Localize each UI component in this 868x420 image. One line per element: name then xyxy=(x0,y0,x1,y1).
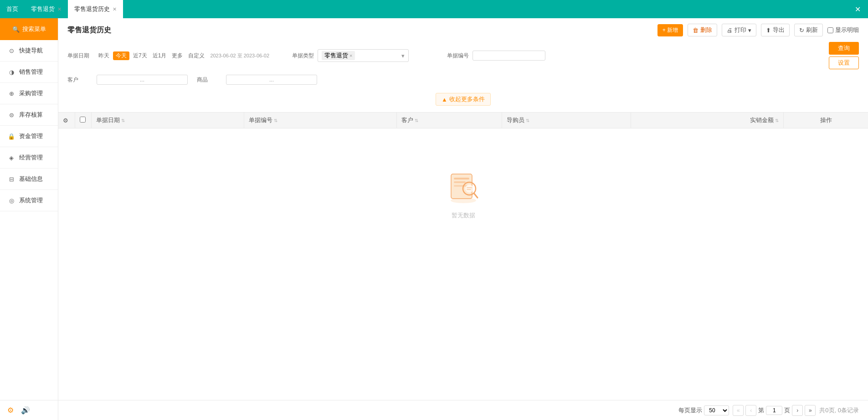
doc-type-filter: 单据类型 零售退货 × ▾ xyxy=(292,49,429,62)
sidebar-item-purchase-mgmt-label: 采购管理 xyxy=(19,89,43,97)
page-header: 零售退货历史 + 新增 🗑 删除 🖨 打印 ▾ ⬆ 导出 xyxy=(58,18,868,113)
page-total-info: 共0页, 0条记录 xyxy=(819,406,859,415)
page-prev-button[interactable]: ‹ xyxy=(745,405,756,416)
select-all-checkbox[interactable] xyxy=(80,117,86,123)
show-detail-checkbox-label[interactable]: 显示明细 xyxy=(827,26,859,34)
goods-select-button[interactable]: ... xyxy=(226,75,317,85)
top-bar: 首页 零售退货 ✕ 零售退货历史 ✕ ✕ xyxy=(0,0,868,18)
tab-home[interactable]: 首页 xyxy=(0,0,25,18)
date-opt-more[interactable]: 更多 xyxy=(170,51,185,60)
date-range-display: 2023-06-02 至 2023-06-02 xyxy=(210,52,269,59)
sidebar-item-quick-nav-label: 快捷导航 xyxy=(19,46,43,55)
date-opt-custom[interactable]: 自定义 xyxy=(186,51,206,60)
add-button[interactable]: + 新增 xyxy=(657,24,683,36)
filter-row-1: 单据日期 昨天 今天 近7天 近1月 更多 自定义 2023-06-02 至 2… xyxy=(67,42,859,71)
col-settings: ⚙ xyxy=(58,113,75,128)
sidebar: 🔍 搜索菜单 ⊙ 快捷导航 ◑ 销售管理 ⊕ 采购管理 ⊜ 库存核算 🔒 资金 xyxy=(0,18,58,420)
customer-select-button[interactable]: ... xyxy=(97,75,188,85)
tab-retail-return-history-label: 零售退货历史 xyxy=(74,5,110,13)
doc-no-filter: 单据编号 xyxy=(447,51,545,61)
date-opt-today[interactable]: 今天 xyxy=(113,51,129,60)
page-number-input[interactable] xyxy=(766,406,782,415)
tab-retail-return-close[interactable]: ✕ xyxy=(57,6,62,12)
doc-type-tag-remove[interactable]: × xyxy=(349,53,352,58)
collapse-up-icon: ▲ xyxy=(442,96,447,103)
empty-state-cell: 暂无数据 xyxy=(58,128,868,238)
sidebar-item-finance-mgmt-label: 资金管理 xyxy=(19,132,43,140)
svg-line-7 xyxy=(474,193,478,198)
sidebar-item-finance-mgmt[interactable]: 🔒 资金管理 xyxy=(0,126,58,147)
basic-info-icon: ⊟ xyxy=(7,175,15,183)
page-chapter-label: 第 xyxy=(758,406,764,415)
doc-date-sort-icon[interactable]: ⇅ xyxy=(121,118,125,123)
svg-rect-2 xyxy=(454,178,469,179)
set-button[interactable]: 设置 xyxy=(829,56,859,69)
svg-point-6 xyxy=(465,184,473,193)
doc-type-select[interactable]: 零售退货 × ▾ xyxy=(318,49,409,62)
page-title: 零售退货历史 xyxy=(67,26,111,35)
table-header-row: ⚙ 单据日期 ⇅ 单据编号 xyxy=(58,113,868,128)
sidebar-item-sales-mgmt-label: 销售管理 xyxy=(19,68,43,76)
sidebar-item-sales-mgmt[interactable]: ◑ 销售管理 xyxy=(0,61,58,83)
page-size-label: 每页显示 xyxy=(678,406,702,415)
refresh-button[interactable]: ↻ 刷新 xyxy=(794,24,823,36)
refresh-icon: ↻ xyxy=(799,27,804,34)
export-button[interactable]: ⬆ 导出 xyxy=(761,24,790,36)
date-opt-last1m[interactable]: 近1月 xyxy=(151,51,169,60)
guide-sort-icon[interactable]: ⇅ xyxy=(526,118,529,123)
show-detail-checkbox[interactable] xyxy=(827,27,833,33)
sidebar-bottom: ⚙ 🔊 xyxy=(0,400,58,420)
col-doc-date: 单据日期 ⇅ xyxy=(91,113,244,128)
tab-retail-return-history-close[interactable]: ✕ xyxy=(113,6,117,12)
sidebar-item-inventory[interactable]: ⊜ 库存核算 xyxy=(0,104,58,126)
delete-icon: 🗑 xyxy=(693,27,699,34)
print-icon: 🖨 xyxy=(727,27,733,34)
sidebar-search[interactable]: 🔍 搜索菜单 xyxy=(0,18,58,40)
col-customer: 客户 ⇅ xyxy=(396,113,502,128)
export-icon: ⬆ xyxy=(766,27,771,34)
doc-no-input[interactable] xyxy=(473,51,545,61)
date-opt-yesterday[interactable]: 昨天 xyxy=(97,51,111,60)
page-unit-label: 页 xyxy=(784,406,790,415)
amount-sort-icon[interactable]: ⇅ xyxy=(775,118,779,123)
data-table: ⚙ 单据日期 ⇅ 单据编号 xyxy=(58,113,868,238)
settings-button[interactable]: ⚙ xyxy=(7,406,14,415)
collapse-row: ▲ 收起更多条件 xyxy=(67,91,859,112)
page-nav: « ‹ 第 页 › » xyxy=(733,405,816,416)
doc-no-label: 单据编号 xyxy=(447,52,473,60)
col-doc-no: 单据编号 ⇅ xyxy=(244,113,396,128)
page-first-button[interactable]: « xyxy=(733,405,744,416)
delete-button[interactable]: 🗑 删除 xyxy=(688,24,717,36)
empty-state: 暂无数据 xyxy=(58,128,868,238)
tab-list: 首页 零售退货 ✕ 零售退货历史 ✕ xyxy=(0,0,847,18)
window-close-button[interactable]: ✕ xyxy=(847,5,868,14)
page-title-bar: 零售退货历史 + 新增 🗑 删除 🖨 打印 ▾ ⬆ 导出 xyxy=(67,24,859,36)
tab-retail-return[interactable]: 零售退货 ✕ xyxy=(25,0,68,18)
audio-button[interactable]: 🔊 xyxy=(21,406,30,415)
sidebar-item-quick-nav[interactable]: ⊙ 快捷导航 xyxy=(0,40,58,61)
page-next-button[interactable]: › xyxy=(792,405,803,416)
sidebar-item-purchase-mgmt[interactable]: ⊕ 采购管理 xyxy=(0,83,58,104)
customer-sort-icon[interactable]: ⇅ xyxy=(415,118,418,123)
sidebar-item-sys-mgmt-label: 系统管理 xyxy=(19,196,43,205)
date-opt-last7[interactable]: 近7天 xyxy=(131,51,149,60)
tab-retail-return-history[interactable]: 零售退货历史 ✕ xyxy=(68,0,123,18)
sidebar-item-basic-info[interactable]: ⊟ 基础信息 xyxy=(0,169,58,190)
sidebar-item-ops-mgmt[interactable]: ◈ 经营管理 xyxy=(0,147,58,169)
print-dropdown-icon: ▾ xyxy=(748,27,751,34)
ops-mgmt-icon: ◈ xyxy=(7,154,15,162)
page-last-button[interactable]: » xyxy=(805,405,816,416)
customer-filter-label: 客户 xyxy=(67,76,97,84)
sidebar-item-sys-mgmt[interactable]: ◎ 系统管理 xyxy=(0,190,58,211)
table-settings-icon[interactable]: ⚙ xyxy=(63,117,68,124)
doc-no-sort-icon[interactable]: ⇅ xyxy=(274,118,277,123)
doc-type-dropdown-icon: ▾ xyxy=(401,52,405,59)
col-action: 操作 xyxy=(784,113,868,128)
collapse-button[interactable]: ▲ 收起更多条件 xyxy=(436,93,491,106)
print-button[interactable]: 🖨 打印 ▾ xyxy=(722,24,756,36)
page-size-dropdown[interactable]: 20 50 100 xyxy=(704,405,729,415)
tab-retail-return-label: 零售退货 xyxy=(31,5,55,13)
query-button[interactable]: 查询 xyxy=(829,42,859,55)
sidebar-search-label: 搜索菜单 xyxy=(22,25,46,33)
empty-illustration xyxy=(443,165,484,206)
